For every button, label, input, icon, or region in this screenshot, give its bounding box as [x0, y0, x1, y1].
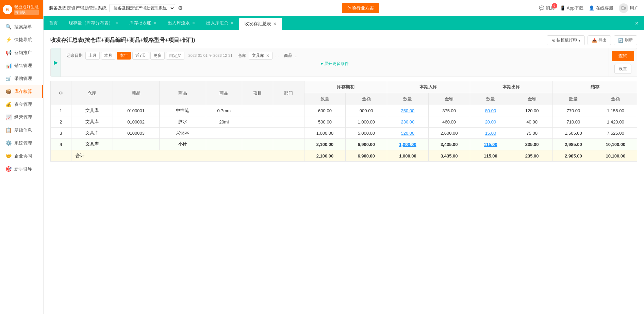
purchase-icon: 🛒	[5, 76, 12, 82]
sidebar-item-marketing[interactable]: 📢 营销推广	[0, 46, 43, 59]
sidebar-item-purchase[interactable]: 🛒 采购管理	[0, 72, 43, 85]
sidebar-item-finance[interactable]: 💰 资金管理	[0, 98, 43, 111]
in-qty-link[interactable]: 230.00	[401, 119, 415, 125]
out-qty-link[interactable]: 15.00	[485, 131, 496, 136]
cell-in-qty[interactable]: 250.00	[387, 105, 429, 116]
sidebar-item-operations[interactable]: 📈 经营管理	[0, 111, 43, 124]
cell-spec	[206, 128, 242, 139]
table-row: 2 文具库 0100002 胶水 20ml 500.00 1,000.00 23…	[51, 116, 637, 128]
tab-close-icon[interactable]: ✕	[273, 21, 277, 26]
th-out-group: 本期出库	[470, 81, 552, 93]
cell-out-qty[interactable]: 20.00	[470, 116, 511, 128]
sidebar-item-system[interactable]: ⚙️ 系统管理	[0, 137, 43, 150]
cell-warehouse: 文具库	[71, 139, 113, 150]
tab-recv-send[interactable]: 收发存汇总表 ✕	[239, 18, 282, 30]
sidebar-item-basic[interactable]: 📋 基础信息	[0, 124, 43, 137]
gear-icon[interactable]: ⚙	[178, 5, 183, 11]
filter-expand-btn[interactable]: ▾ 展开更多条件	[66, 60, 603, 67]
sidebar-item-search[interactable]: 🔍 搜索菜单	[0, 20, 43, 33]
experience-btn[interactable]: 体验行业方案	[342, 3, 379, 13]
date-btn-this-year[interactable]: 本年	[117, 52, 131, 60]
cell-out-qty[interactable]: 15.00	[470, 128, 511, 139]
message-icon: 💬	[539, 5, 544, 11]
tab-close-icon[interactable]: ✕	[153, 21, 157, 26]
tab-batch[interactable]: 库存批次账 ✕	[124, 16, 162, 30]
cell-spec	[206, 139, 242, 150]
sidebar-item-label: 系统管理	[14, 140, 32, 146]
goods-more[interactable]: ...	[295, 53, 298, 58]
cell-warehouse: 文具库	[71, 105, 113, 116]
sidebar-item-guide[interactable]: 🎯 新手引导	[0, 163, 43, 176]
table-container: ⚙ 仓库 商品 商品 商品 项目 部门 库存期初 本期入库 本期出库 结存	[44, 81, 644, 168]
tab-close-icon[interactable]: ✕	[192, 21, 195, 26]
settings-btn[interactable]: 设置	[614, 64, 631, 74]
date-btn-7days[interactable]: 近7天	[132, 52, 149, 60]
query-btn[interactable]: 查询	[612, 51, 634, 61]
tab-bar: 首页 现存量（库存分布表） ✕ 库存批次账 ✕ 出入库流水 ✕ 出入库汇总 ✕ …	[44, 16, 644, 30]
close-all-tabs[interactable]: ✕	[629, 21, 644, 26]
cell-in-qty[interactable]: 1,000.00	[387, 139, 429, 150]
goods-label: 商品	[284, 53, 292, 59]
th-spec: 商品	[206, 81, 242, 105]
message-item[interactable]: 💬 消息 6	[539, 5, 555, 11]
cell-in-qty[interactable]: 520.00	[387, 128, 429, 139]
sidebar-item-sales[interactable]: 📊 销售管理	[0, 59, 43, 72]
online-service-item[interactable]: 👤 在线客服	[589, 5, 613, 11]
sidebar-item-quicknav[interactable]: ⚡ 快捷导航	[0, 33, 43, 46]
out-qty-link[interactable]: 115.00	[484, 142, 497, 147]
user-item[interactable]: Ea 用户	[619, 3, 639, 13]
cell-in-qty[interactable]: 230.00	[387, 116, 429, 128]
out-qty-link[interactable]: 20.00	[485, 119, 496, 125]
search-icon: 🔍	[5, 24, 12, 30]
th-out-qty: 数量	[470, 93, 511, 105]
th-in-amt: 金额	[428, 93, 470, 105]
date-btn-this-month[interactable]: 本月	[101, 52, 115, 60]
out-qty-link[interactable]: 80.00	[485, 108, 496, 113]
sidebar-item-label: 营销推广	[14, 50, 32, 56]
export-btn[interactable]: 📤 导出	[588, 35, 611, 45]
sidebar-item-label: 资金管理	[14, 101, 32, 108]
warehouse-more[interactable]: ...	[275, 53, 279, 58]
sidebar-item-collab[interactable]: 🤝 企业协同	[0, 150, 43, 163]
tab-close-icon[interactable]: ✕	[115, 21, 118, 26]
tab-home-label: 首页	[49, 20, 58, 26]
date-btn-more[interactable]: 更多	[150, 52, 165, 60]
cell-balance-qty: 1,505.00	[553, 128, 594, 139]
th-opening-amt: 金额	[346, 93, 387, 105]
in-qty-link[interactable]: 1,000.00	[399, 142, 416, 147]
th-settings[interactable]: ⚙	[51, 81, 71, 105]
tab-inventory-dist[interactable]: 现存量（库存分布表） ✕	[63, 16, 124, 30]
print-btn[interactable]: 🖨 按模板打印 ▾	[547, 35, 585, 45]
warehouse-tag-close[interactable]: ✕	[266, 53, 269, 58]
tab-close-icon[interactable]: ✕	[230, 21, 234, 26]
warehouse-tag[interactable]: 文具库 ✕	[249, 52, 273, 60]
th-project: 项目	[242, 81, 273, 105]
message-badge: 6	[552, 3, 557, 9]
refresh-btn[interactable]: 🔄 刷新	[614, 35, 637, 45]
filter-expand-arrow[interactable]: ▶	[51, 48, 61, 77]
warehouse-tag-text: 文具库	[252, 53, 264, 59]
app-download-item[interactable]: 📱 App下载	[560, 5, 583, 11]
th-dept: 部门	[273, 81, 304, 105]
cell-in-amt: 3,435.00	[428, 139, 470, 150]
basic-icon: 📋	[5, 127, 12, 133]
main-content: 装备及固定资产辅助管理系统 装备及固定资产辅助管理系统 ⚙ 体验行业方案 💬 消…	[44, 0, 644, 314]
tab-inout-summary[interactable]: 出入库汇总 ✕	[201, 16, 239, 30]
date-btn-custom[interactable]: 自定义	[166, 52, 184, 60]
sidebar-item-inventory[interactable]: 📦 库存核算	[0, 85, 43, 98]
in-qty-link[interactable]: 520.00	[401, 131, 415, 136]
in-qty-link[interactable]: 250.00	[401, 108, 415, 113]
cell-out-qty[interactable]: 115.00	[470, 139, 511, 150]
tab-inout-flow[interactable]: 出入库流水 ✕	[162, 16, 201, 30]
table-row: 1 文具库 0100001 中性笔 0.7mm 600.00 900.00 25…	[51, 105, 637, 116]
filter-wrapper: ▶ 记账日期 上月 本月 本年 近7天 更多 自定义 2023-01-01 至	[50, 48, 637, 77]
cell-spec: 0.7mm	[206, 105, 242, 116]
system-dropdown[interactable]: 装备及固定资产辅助管理系统	[109, 4, 175, 12]
cell-out-qty[interactable]: 80.00	[470, 105, 511, 116]
date-btn-prev-month[interactable]: 上月	[85, 52, 100, 60]
th-balance-group: 结存	[553, 81, 637, 93]
print-icon: 🖨	[551, 38, 555, 43]
avatar: Ea	[619, 3, 628, 13]
phone-icon: 📱	[560, 5, 565, 11]
tab-home[interactable]: 首页	[44, 16, 63, 30]
